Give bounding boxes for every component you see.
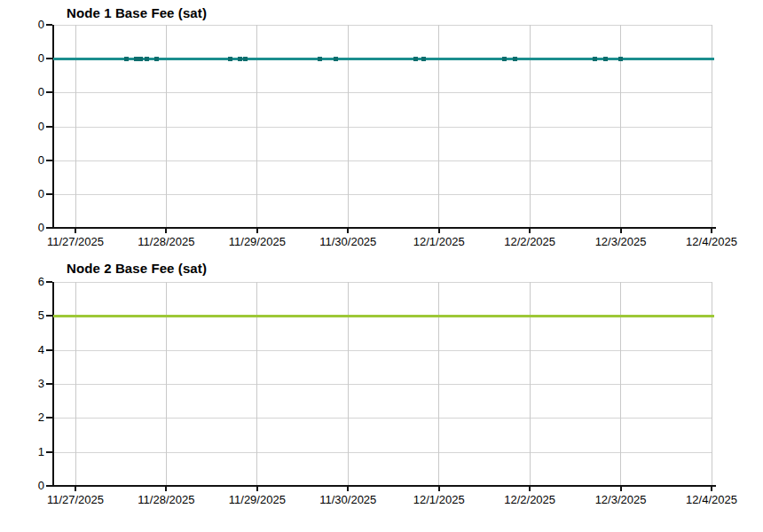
y-tick-label: 0 [9, 478, 44, 494]
x-tick-mark [620, 228, 622, 233]
y-tick-label: 5 [9, 308, 44, 324]
y-tick-mark [46, 315, 52, 317]
x-tick-label: 11/28/2025 [125, 235, 207, 249]
y-tick-label: 3 [9, 376, 44, 392]
series-line[interactable] [53, 58, 714, 60]
gridline-vertical [166, 25, 167, 228]
data-point-marker[interactable] [334, 57, 338, 61]
y-tick-mark [46, 281, 52, 283]
gridline-vertical [620, 25, 621, 228]
y-tick-mark [46, 227, 52, 229]
gridline-vertical [256, 282, 257, 486]
y-tick-label: 0 [9, 220, 44, 236]
plot-area-node2[interactable]: 654321011/27/202511/28/202511/29/202511/… [53, 282, 712, 486]
x-tick-mark [165, 486, 167, 491]
y-tick-mark [46, 485, 52, 487]
series-line[interactable] [53, 315, 714, 317]
gridline-vertical [75, 25, 76, 228]
y-tick-label: 6 [9, 274, 44, 290]
x-axis-line [51, 485, 716, 487]
x-tick-mark [75, 228, 76, 233]
y-tick-mark [46, 417, 52, 419]
gridline-horizontal [53, 452, 712, 453]
gridline-vertical [166, 282, 167, 486]
gridline-horizontal [53, 350, 712, 351]
dashboard-page: { "page": { "background": "#ffffff", "gr… [0, 0, 763, 532]
x-tick-mark [347, 486, 349, 491]
plot-area-node1[interactable]: 000000011/27/202511/28/202511/29/202511/… [53, 25, 712, 228]
gridline-vertical [530, 25, 531, 228]
data-point-marker[interactable] [154, 57, 159, 61]
y-axis-line [52, 282, 54, 487]
x-tick-mark [438, 486, 440, 491]
y-tick-mark [46, 451, 52, 453]
y-tick-mark [46, 58, 52, 59]
x-tick-label: 12/4/2025 [671, 235, 752, 249]
gridline-horizontal [53, 384, 712, 385]
y-tick-mark [46, 24, 52, 26]
data-point-marker[interactable] [593, 57, 597, 61]
x-tick-label: 11/30/2025 [307, 493, 389, 507]
y-tick-mark [46, 349, 52, 351]
x-tick-label: 11/27/2025 [35, 235, 116, 249]
data-point-marker[interactable] [238, 57, 242, 61]
gridline-vertical [712, 282, 712, 486]
y-tick-label: 0 [9, 84, 44, 100]
gridline-horizontal [53, 25, 712, 26]
x-tick-label: 12/4/2025 [671, 493, 752, 507]
chart-title-node2: Node 2 Base Fee (sat) [67, 261, 207, 276]
data-point-marker[interactable] [318, 57, 322, 61]
gridline-vertical [438, 25, 439, 228]
x-tick-label: 11/29/2025 [216, 235, 298, 249]
gridline-vertical [530, 282, 531, 486]
gridline-vertical [348, 25, 349, 228]
gridline-horizontal [53, 282, 712, 283]
x-tick-label: 12/1/2025 [398, 493, 480, 507]
data-point-marker[interactable] [513, 57, 517, 61]
y-tick-mark [46, 193, 52, 195]
data-point-marker[interactable] [243, 57, 248, 61]
x-tick-mark [256, 486, 258, 491]
x-tick-mark [711, 228, 712, 233]
x-tick-mark [529, 486, 531, 491]
y-tick-mark [46, 91, 52, 93]
gridline-vertical [75, 282, 76, 486]
data-point-marker[interactable] [502, 57, 507, 61]
x-tick-label: 11/28/2025 [125, 493, 207, 507]
y-tick-label: 0 [9, 153, 44, 168]
data-point-marker[interactable] [421, 57, 426, 61]
x-tick-mark [165, 228, 167, 233]
y-tick-mark [46, 383, 52, 385]
data-point-marker[interactable] [138, 57, 143, 61]
data-point-marker[interactable] [618, 57, 623, 61]
gridline-vertical [620, 282, 621, 486]
x-axis-line [51, 227, 716, 229]
gridline-vertical [348, 282, 349, 486]
y-tick-label: 1 [9, 444, 44, 460]
x-tick-label: 11/27/2025 [35, 493, 116, 507]
x-tick-label: 11/30/2025 [307, 235, 389, 249]
gridline-horizontal [53, 160, 712, 161]
gridline-vertical [256, 25, 257, 228]
x-tick-mark [75, 486, 76, 491]
data-point-marker[interactable] [603, 57, 608, 61]
y-tick-mark [46, 160, 52, 161]
x-tick-mark [620, 486, 622, 491]
gridline-vertical [438, 282, 439, 486]
x-tick-mark [438, 228, 440, 233]
data-point-marker[interactable] [124, 57, 129, 61]
data-point-marker[interactable] [228, 57, 232, 61]
data-point-marker[interactable] [145, 57, 149, 61]
x-tick-mark [256, 228, 258, 233]
gridline-horizontal [53, 92, 712, 93]
y-tick-label: 0 [9, 17, 44, 33]
y-tick-mark [46, 126, 52, 128]
y-tick-label: 2 [9, 410, 44, 426]
y-axis-line [52, 25, 54, 229]
x-tick-label: 11/29/2025 [216, 493, 298, 507]
x-tick-mark [711, 486, 712, 491]
chart-title-node1: Node 1 Base Fee (sat) [67, 5, 207, 20]
gridline-horizontal [53, 127, 712, 128]
x-tick-label: 12/2/2025 [489, 235, 570, 249]
data-point-marker[interactable] [413, 57, 418, 61]
